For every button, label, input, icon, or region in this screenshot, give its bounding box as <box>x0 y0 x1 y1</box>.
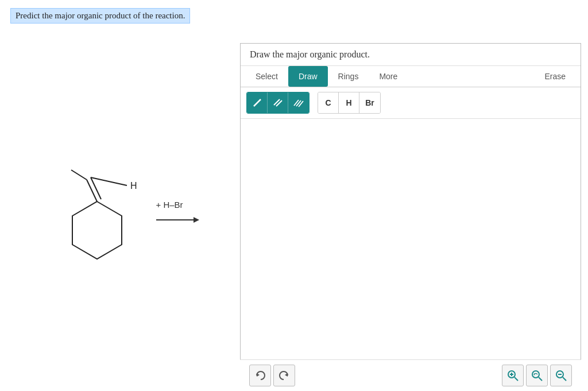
reagent-label: + H–Br <box>156 200 183 210</box>
zoom-reset-icon <box>531 370 543 381</box>
atom-bromine-button[interactable]: Br <box>359 92 380 113</box>
triple-bond-button[interactable] <box>288 92 309 113</box>
atom-hydrogen-button[interactable]: H <box>339 92 359 113</box>
draw-panel: Draw the major organic product. Select D… <box>240 43 581 382</box>
svg-marker-0 <box>72 202 122 259</box>
redo-icon <box>279 370 289 381</box>
double-bond-button[interactable] <box>268 92 288 113</box>
tab-select[interactable]: Select <box>245 66 288 87</box>
redo-button[interactable] <box>273 365 295 386</box>
history-controls <box>249 365 295 386</box>
left-panel: H + H–Br <box>0 0 238 391</box>
svg-marker-14 <box>285 373 288 377</box>
molecule-area: H + H–Br <box>40 156 199 270</box>
double-bond-icon <box>273 98 283 108</box>
reagent-area: + H–Br <box>156 200 199 226</box>
svg-line-20 <box>539 377 542 381</box>
single-bond-button[interactable] <box>247 92 268 113</box>
undo-button[interactable] <box>249 365 271 386</box>
tab-rings[interactable]: Rings <box>328 66 369 87</box>
atom-group: C H Br <box>318 92 381 114</box>
reaction-arrow <box>156 214 199 226</box>
drawing-canvas[interactable] <box>241 119 581 382</box>
svg-point-19 <box>532 371 539 378</box>
triple-bond-icon <box>293 98 304 108</box>
tab-erase[interactable]: Erase <box>534 66 576 87</box>
svg-line-3 <box>71 170 87 180</box>
svg-line-7 <box>254 99 261 106</box>
atom-carbon-button[interactable]: C <box>318 92 339 113</box>
zoom-controls <box>502 365 572 386</box>
svg-marker-21 <box>533 373 535 375</box>
bond-group <box>246 92 310 114</box>
svg-line-2 <box>91 177 101 199</box>
tab-draw[interactable]: Draw <box>288 66 328 87</box>
molecule-svg: H <box>40 156 146 270</box>
svg-line-1 <box>87 180 97 202</box>
zoom-out-icon <box>555 370 567 381</box>
zoom-in-button[interactable] <box>502 365 524 386</box>
bottom-controls <box>240 359 581 391</box>
draw-panel-title: Draw the major organic product. <box>241 44 581 66</box>
svg-marker-13 <box>257 373 260 377</box>
svg-marker-6 <box>194 217 199 223</box>
draw-toolbar: C H Br <box>241 87 581 119</box>
undo-icon <box>255 370 265 381</box>
svg-line-23 <box>563 377 566 381</box>
h-label: H <box>130 181 137 191</box>
tab-more[interactable]: More <box>369 66 408 87</box>
zoom-reset-button[interactable] <box>526 365 548 386</box>
svg-line-16 <box>514 377 518 381</box>
zoom-in-icon <box>507 370 519 381</box>
single-bond-icon <box>252 98 262 108</box>
svg-line-4 <box>91 177 127 185</box>
tabs-bar: Select Draw Rings More Erase <box>241 66 581 87</box>
zoom-out-button[interactable] <box>550 365 572 386</box>
